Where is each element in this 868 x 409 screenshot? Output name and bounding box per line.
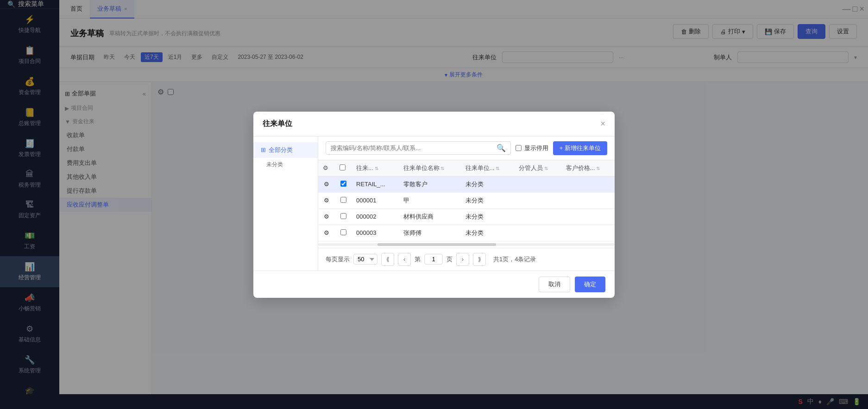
- col-assignee[interactable]: 分管人员: [514, 160, 561, 176]
- page-suffix: 页: [447, 255, 453, 264]
- row-code: 000001: [352, 192, 399, 208]
- row-checkbox[interactable]: [335, 176, 352, 192]
- row-name: 张师傅: [399, 225, 461, 241]
- modal-sidebar-unclassified[interactable]: 未分类: [253, 158, 318, 171]
- search-input[interactable]: [331, 145, 494, 151]
- row-setting[interactable]: ⚙: [318, 176, 335, 192]
- col-price[interactable]: 客户价格...: [561, 160, 615, 176]
- partner-modal: 往来单位 × ⊞ 全部分类 未分类 🔍: [253, 112, 615, 298]
- row-price: [561, 192, 615, 208]
- modal-toolbar: 🔍 显示停用 + 新增往来单位: [318, 137, 615, 160]
- row-code: 000003: [352, 225, 399, 241]
- row-code: RETAIL_...: [352, 176, 399, 192]
- page-number-input[interactable]: [424, 254, 443, 264]
- row-name: 零散客户: [399, 176, 461, 192]
- scrollbar-thumb: [377, 243, 496, 246]
- table-select-all[interactable]: [340, 164, 346, 170]
- row-name: 甲: [399, 192, 461, 208]
- row-assignee: [514, 208, 561, 225]
- row-checkbox[interactable]: [335, 225, 352, 241]
- total-count: 共1页，4条记录: [493, 255, 536, 264]
- modal-main: 🔍 显示停用 + 新增往来单位 ⚙: [318, 137, 615, 271]
- confirm-button[interactable]: 确定: [575, 277, 605, 292]
- row-price: [561, 208, 615, 225]
- table-row[interactable]: ⚙ 000001 甲 未分类: [318, 192, 615, 208]
- prev-page-button[interactable]: ‹: [398, 253, 411, 266]
- table-row[interactable]: ⚙ 000003 张师傅 未分类: [318, 225, 615, 241]
- row-checkbox[interactable]: [335, 192, 352, 208]
- first-page-button[interactable]: ⟪: [381, 253, 394, 266]
- modal-header: 往来单位 ×: [253, 112, 615, 137]
- row-category: 未分类: [461, 208, 514, 225]
- row-category: 未分类: [461, 192, 514, 208]
- row-name: 材料供应商: [399, 208, 461, 225]
- show-disabled-checkbox[interactable]: [516, 145, 522, 151]
- add-partner-button[interactable]: + 新增往来单位: [553, 141, 607, 155]
- row-setting[interactable]: ⚙: [318, 225, 335, 241]
- row-category: 未分类: [461, 176, 514, 192]
- last-page-button[interactable]: ⟫: [473, 253, 486, 266]
- table-row[interactable]: ⚙ RETAIL_... 零散客户 未分类: [318, 176, 615, 192]
- search-box: 🔍: [326, 141, 511, 155]
- row-assignee: [514, 225, 561, 241]
- show-disabled-label[interactable]: 显示停用: [516, 144, 548, 152]
- modal-body: ⊞ 全部分类 未分类 🔍 显示停用: [253, 137, 615, 271]
- modal-sidebar: ⊞ 全部分类 未分类: [253, 137, 318, 271]
- page-label: 第: [415, 255, 421, 264]
- col-code[interactable]: 往来...: [352, 160, 399, 176]
- row-assignee: [514, 192, 561, 208]
- col-setting[interactable]: ⚙: [318, 160, 335, 176]
- row-setting[interactable]: ⚙: [318, 192, 335, 208]
- unclassified-label: 未分类: [266, 161, 283, 168]
- horizontal-scrollbar[interactable]: [318, 243, 615, 246]
- row-setting[interactable]: ⚙: [318, 208, 335, 225]
- table-row[interactable]: ⚙ 000002 材料供应商 未分类: [318, 208, 615, 225]
- table-header-row: ⚙ 往来... 往来单位名称 往来单位... 分管人员 客户价格...: [318, 160, 615, 176]
- search-icon: 🔍: [497, 144, 506, 152]
- row-category: 未分类: [461, 225, 514, 241]
- row-code: 000002: [352, 208, 399, 225]
- modal-overlay: 往来单位 × ⊞ 全部分类 未分类 🔍: [0, 0, 868, 409]
- pagination: 每页显示 50 100 200 ⟪ ‹ 第 页 › ⟫ 共1页，4条记录: [318, 248, 615, 271]
- row-assignee: [514, 176, 561, 192]
- modal-table-scroll[interactable]: ⚙ 往来... 往来单位名称 往来单位... 分管人员 客户价格... ⚙: [318, 160, 615, 248]
- grid-icon-sm: ⊞: [261, 146, 266, 153]
- row-price: [561, 225, 615, 241]
- cancel-button[interactable]: 取消: [539, 277, 570, 292]
- modal-sidebar-all[interactable]: ⊞ 全部分类: [253, 142, 318, 158]
- all-categories-label: 全部分类: [269, 146, 293, 154]
- row-checkbox[interactable]: [335, 208, 352, 225]
- modal-close-button[interactable]: ×: [600, 120, 605, 128]
- next-page-button[interactable]: ›: [456, 253, 469, 266]
- row-price: [561, 176, 615, 192]
- per-page-select[interactable]: 50 100 200: [353, 254, 377, 264]
- col-name[interactable]: 往来单位名称: [399, 160, 461, 176]
- modal-table: ⚙ 往来... 往来单位名称 往来单位... 分管人员 客户价格... ⚙: [318, 160, 615, 241]
- modal-footer: 取消 确定: [253, 271, 615, 298]
- col-select[interactable]: [335, 160, 352, 176]
- col-category[interactable]: 往来单位...: [461, 160, 514, 176]
- per-page-label: 每页显示: [326, 255, 350, 264]
- modal-title: 往来单位: [263, 119, 292, 129]
